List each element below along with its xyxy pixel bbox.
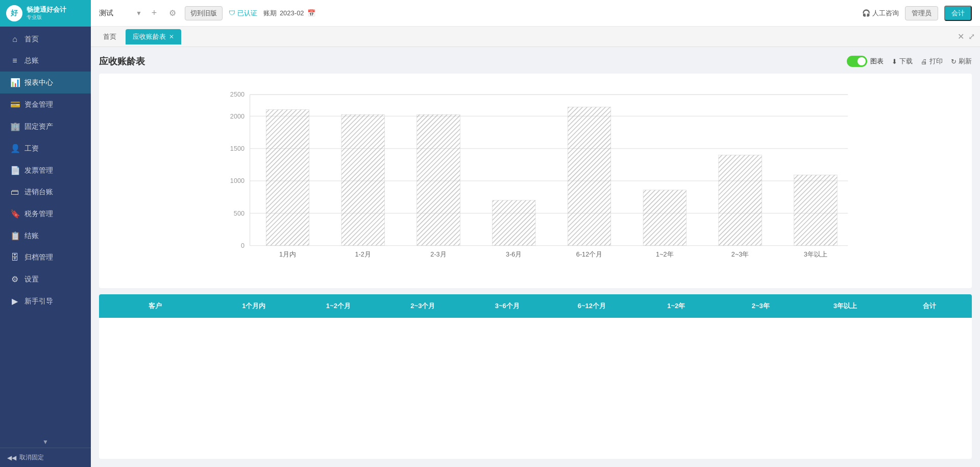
svg-text:1500: 1500 bbox=[230, 145, 244, 152]
logo-sub: 专业版 bbox=[27, 14, 66, 21]
main-area: 测试 ▼ + ⚙ 切到旧版 🛡 已认证 账期 2023-02 📅 🎧 人工咨询 … bbox=[91, 0, 980, 467]
topbar: 测试 ▼ + ⚙ 切到旧版 🛡 已认证 账期 2023-02 📅 🎧 人工咨询 … bbox=[91, 0, 980, 27]
tabs-right: ✕ ⤢ bbox=[958, 32, 975, 41]
refresh-label: 刷新 bbox=[959, 57, 972, 66]
sidebar-item-settings[interactable]: ⚙设置 bbox=[0, 268, 91, 290]
sidebar-nav: ⌂首页≡总账📊报表中心💳资金管理🏢固定资产👤工资📄发票管理🗃进销台账🔖税务管理📋… bbox=[0, 27, 91, 436]
tabs-close-all-btn[interactable]: ✕ bbox=[958, 32, 964, 41]
archive-icon: 🗄 bbox=[10, 253, 19, 262]
sidebar-label-funds: 资金管理 bbox=[24, 100, 53, 109]
table-col-客户: 客户 bbox=[99, 294, 212, 318]
download-icon: ⬇ bbox=[892, 58, 897, 65]
settings-icon: ⚙ bbox=[10, 274, 19, 284]
sidebar-item-ledger[interactable]: ≡总账 bbox=[0, 50, 91, 72]
sidebar-item-invoice[interactable]: 📄发票管理 bbox=[0, 159, 91, 181]
svg-text:3年以上: 3年以上 bbox=[804, 251, 827, 258]
verified-label: 已认证 bbox=[237, 9, 257, 18]
invoice-icon: 📄 bbox=[10, 166, 19, 175]
sidebar-item-archive[interactable]: 🗄归档管理 bbox=[0, 247, 91, 268]
headset-icon: 🎧 bbox=[862, 9, 870, 17]
table-header: 客户1个月内1~2个月2~3个月3~6个月6~12个月1~2年2~3年3年以上合… bbox=[99, 294, 972, 318]
tab-aging[interactable]: 应收账龄表 ✕ bbox=[126, 29, 181, 44]
sidebar-item-reports[interactable]: 📊报表中心 bbox=[0, 72, 91, 94]
sidebar-item-purchase_sale[interactable]: 🗃进销台账 bbox=[0, 181, 91, 203]
bar-chart: 0 500 1000 1500 2000 2500 1月内 1-2月 bbox=[109, 84, 962, 278]
sidebar-label-home: 首页 bbox=[24, 35, 39, 44]
table-col-3~6个月: 3~6个月 bbox=[465, 294, 549, 318]
switch-version-btn[interactable]: 切到旧版 bbox=[185, 6, 223, 20]
tab-home[interactable]: 首页 bbox=[96, 29, 124, 44]
sidebar-label-archive: 归档管理 bbox=[24, 253, 53, 262]
logo-area: 好 畅捷通好会计 专业版 bbox=[0, 0, 91, 27]
assets-icon: 🏢 bbox=[10, 122, 19, 131]
table-col-1~2个月: 1~2个月 bbox=[296, 294, 380, 318]
bar-6-12个月 bbox=[568, 107, 610, 245]
print-label: 打印 bbox=[929, 57, 943, 66]
svg-text:2000: 2000 bbox=[230, 113, 244, 120]
table-col-1个月内: 1个月内 bbox=[212, 294, 296, 318]
funds-icon: 💳 bbox=[10, 100, 19, 109]
cancel-fixed-label: 取消固定 bbox=[19, 453, 44, 462]
logo-name: 畅捷通好会计 bbox=[27, 6, 66, 14]
user-btn[interactable]: 管理员 bbox=[905, 6, 938, 20]
logo-icon: 好 bbox=[6, 5, 22, 21]
print-btn[interactable]: 🖨 打印 bbox=[921, 57, 943, 66]
svg-text:1~2年: 1~2年 bbox=[656, 251, 673, 258]
bar-1-2年 bbox=[643, 190, 686, 246]
sidebar-item-funds[interactable]: 💳资金管理 bbox=[0, 94, 91, 115]
svg-text:500: 500 bbox=[234, 210, 244, 217]
chart-toggle-label: 图表 bbox=[870, 57, 884, 66]
sidebar-scroll-down[interactable]: ▼ bbox=[0, 436, 91, 448]
sidebar-item-checkout[interactable]: 📋结账 bbox=[0, 225, 91, 247]
tax-icon: 🔖 bbox=[10, 209, 19, 219]
company-dropdown-icon[interactable]: ▼ bbox=[136, 10, 142, 17]
sidebar-item-home[interactable]: ⌂首页 bbox=[0, 29, 91, 50]
print-icon: 🖨 bbox=[921, 58, 927, 65]
chart-toggle-wrap: 图表 bbox=[847, 56, 884, 67]
pin-icon: ◀◀ bbox=[7, 454, 16, 461]
sidebar-item-assets[interactable]: 🏢固定资产 bbox=[0, 115, 91, 137]
salary-icon: 👤 bbox=[10, 144, 19, 153]
add-company-btn[interactable]: + bbox=[148, 7, 160, 19]
bar-1月内 bbox=[266, 110, 309, 246]
download-label: 下载 bbox=[899, 57, 913, 66]
svg-text:1月内: 1月内 bbox=[279, 251, 296, 258]
sidebar-label-salary: 工资 bbox=[24, 144, 39, 153]
svg-text:6-12个月: 6-12个月 bbox=[576, 251, 602, 258]
table-col-2~3个月: 2~3个月 bbox=[381, 294, 465, 318]
refresh-icon: ↻ bbox=[951, 58, 957, 65]
svg-text:2500: 2500 bbox=[230, 91, 244, 98]
calendar-icon[interactable]: 📅 bbox=[307, 9, 315, 17]
settings-icon[interactable]: ⚙ bbox=[166, 7, 179, 19]
bar-3-6月 bbox=[493, 200, 535, 246]
table-col-合计: 合计 bbox=[888, 294, 972, 318]
role-btn[interactable]: 会计 bbox=[944, 6, 972, 21]
sidebar-label-ledger: 总账 bbox=[24, 56, 39, 65]
table-col-3年以上: 3年以上 bbox=[803, 294, 887, 318]
bar-3年以上 bbox=[794, 175, 837, 245]
sidebar-item-salary[interactable]: 👤工资 bbox=[0, 137, 91, 159]
help-label: 人工咨询 bbox=[872, 9, 899, 18]
tab-home-label: 首页 bbox=[103, 32, 116, 41]
bar-2-3月 bbox=[417, 114, 460, 246]
sidebar-item-guide[interactable]: ▶新手引导 bbox=[0, 290, 91, 312]
chart-toggle[interactable] bbox=[847, 56, 867, 67]
help-btn[interactable]: 🎧 人工咨询 bbox=[862, 9, 899, 18]
download-btn[interactable]: ⬇ 下载 bbox=[892, 57, 913, 66]
home-icon: ⌂ bbox=[10, 35, 19, 44]
sidebar-label-reports: 报表中心 bbox=[24, 78, 53, 87]
guide-icon: ▶ bbox=[10, 296, 19, 306]
current-company: 测试 bbox=[99, 9, 130, 18]
bar-1-2月 bbox=[341, 114, 384, 246]
cancel-fixed-btn[interactable]: ◀◀ 取消固定 bbox=[7, 453, 84, 462]
period-label: 账期 bbox=[263, 9, 277, 18]
tab-aging-label: 应收账龄表 bbox=[133, 32, 166, 41]
table-container: 客户1个月内1~2个月2~3个月3~6个月6~12个月1~2年2~3年3年以上合… bbox=[99, 294, 972, 459]
table-col-1~2年: 1~2年 bbox=[634, 294, 718, 318]
tab-aging-close[interactable]: ✕ bbox=[169, 33, 174, 40]
content-area: 应收账龄表 图表 ⬇ 下载 🖨 打印 ↻ 刷新 bbox=[91, 47, 980, 467]
sidebar-item-tax[interactable]: 🔖税务管理 bbox=[0, 203, 91, 225]
refresh-btn[interactable]: ↻ 刷新 bbox=[951, 57, 972, 66]
sidebar-label-settings: 设置 bbox=[24, 275, 39, 284]
tabs-expand-btn[interactable]: ⤢ bbox=[968, 32, 975, 41]
